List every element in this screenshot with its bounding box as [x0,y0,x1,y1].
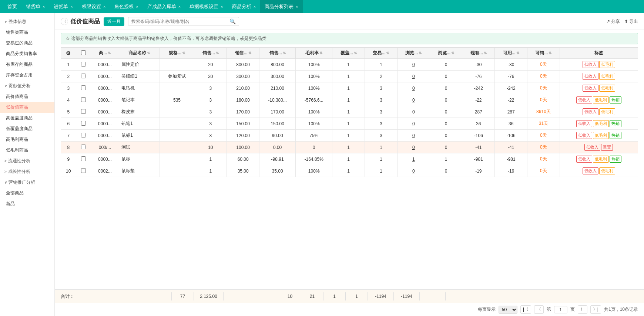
sidebar-item-高毛利商品[interactable]: 高毛利商品 [0,134,54,145]
col-header-available[interactable]: 可用...⇅ [495,48,527,59]
row-sale1: 3 [194,130,227,142]
search-input[interactable] [131,19,229,24]
close-icon[interactable]: × [70,4,73,9]
row-name: 鼠标1 [119,130,160,142]
close-icon[interactable]: × [296,4,298,9]
close-icon[interactable]: × [136,4,138,9]
last-page-button[interactable]: 〉| [590,305,601,314]
prev-page-button[interactable]: 〈 [534,305,544,314]
row-browse2: 0 [430,130,462,142]
row-num: 5 [61,106,76,118]
row-checkbox[interactable] [76,59,91,71]
sidebar-item-低价值商品[interactable]: 低价值商品 [0,102,54,113]
export-button[interactable]: ⬆ 导出 [624,18,638,25]
first-page-button[interactable]: |〈 [520,305,531,314]
sidebar-group-流通性分析[interactable]: >流通性分析 [0,156,54,166]
col-header-coverage[interactable]: 覆盖...⇅ [332,48,365,59]
sidebar-item-有库存的商品[interactable]: 有库存的商品 [0,59,54,70]
row-checkbox[interactable] [76,118,91,130]
sidebar-item-全部商品[interactable]: 全部商品 [0,188,54,198]
row-select-checkbox[interactable] [81,97,86,102]
col-header-profit_rate[interactable]: 毛利率⇅ [296,48,332,59]
nav-item-首页[interactable]: 首页 [3,0,21,13]
share-button[interactable]: ↗ 分享 [606,18,620,25]
col-header-trade[interactable]: 交易...⇅ [365,48,398,59]
sidebar-item-销售类商品[interactable]: 销售类商品 [0,27,54,38]
col-header-sellable[interactable]: 可销...⇅ [527,48,560,59]
close-icon[interactable]: × [178,4,181,9]
nav-item-商品分析[interactable]: 商品分析× [228,0,260,13]
nav-item-进货单[interactable]: 进货单× [49,0,77,13]
sidebar-group-贡献值分析[interactable]: ∨贡献值分析 [0,81,54,91]
select-all-checkbox[interactable] [81,50,86,55]
sidebar-item-低覆盖度商品[interactable]: 低覆盖度商品 [0,123,54,134]
row-num: 8 [61,142,76,153]
row-select-checkbox[interactable] [81,85,86,90]
col-header-name[interactable]: 商品名称⇅ [119,48,160,59]
table-footer: 合计： 772,125.00102111-1194-1194 [55,289,644,303]
row-select-checkbox[interactable] [81,62,86,67]
search-icon[interactable]: 🔍 [229,18,236,24]
row-checkbox[interactable] [76,94,91,106]
col-header-spec[interactable]: 规格...⇅ [160,48,194,59]
row-sale1: 10 [194,142,227,153]
table-wrapper[interactable]: ⚙商...⇅商品名称⇅规格...⇅销售...⇅销售...⇅销售...⇅毛利率⇅覆… [55,47,644,289]
row-select-checkbox[interactable] [81,133,86,137]
nav-item-权限设置[interactable]: 权限设置× [77,0,110,13]
close-icon[interactable]: × [43,4,45,9]
row-select-checkbox[interactable] [81,156,86,161]
row-checkbox[interactable] [76,82,91,94]
col-header-browse2[interactable]: 浏览...⇅ [430,48,462,59]
sidebar-group-营销推广分析[interactable]: ∨营销推广分析 [0,177,54,188]
sidebar-group-成长性分析[interactable]: >成长性分析 [0,166,54,177]
sidebar-group-整体信息[interactable]: ∨整体信息 [0,16,54,27]
collapse-button[interactable]: 《 [61,18,68,25]
table-row: 8000/...测试10100.000.0001100-41-410天低收入重置 [61,142,638,153]
date-filter-button[interactable]: 近一月 [104,17,124,26]
row-trade: 2 [365,71,398,82]
current-page-input[interactable]: 1 [554,306,567,313]
per-page-select[interactable]: 50 100 200 [499,306,517,314]
col-header-sale1[interactable]: 销售...⇅ [194,48,227,59]
sidebar-item-新品[interactable]: 新品 [0,198,54,209]
sidebar-item-交易过的商品[interactable]: 交易过的商品 [0,38,54,48]
row-select-checkbox[interactable] [81,168,86,173]
row-trade: 3 [365,118,398,130]
row-checkbox[interactable] [76,106,91,118]
row-name: 吴细细1 [119,71,160,82]
sidebar-item-高覆盖度商品[interactable]: 高覆盖度商品 [0,113,54,123]
row-checkbox[interactable] [76,142,91,153]
col-header-code[interactable]: 商...⇅ [91,48,119,59]
sidebar-item-库存资金占用[interactable]: 库存资金占用 [0,70,54,81]
close-icon[interactable]: × [254,4,256,9]
row-tags: 低收入低毛利 [560,165,638,177]
col-header-current[interactable]: 现有...⇅ [462,48,495,59]
settings-icon[interactable]: ⚙ [66,50,71,56]
row-select-checkbox[interactable] [81,109,86,114]
col-header-sale3[interactable]: 销售...⇅ [259,48,296,59]
row-checkbox[interactable] [76,153,91,165]
col-header-browse1[interactable]: 浏览...⇅ [397,48,430,59]
row-checkbox[interactable] [76,130,91,142]
row-sale2: 210.00 [227,82,259,94]
row-select-checkbox[interactable] [81,74,86,78]
row-select-checkbox[interactable] [81,145,86,149]
nav-item-角色授权[interactable]: 角色授权× [110,0,142,13]
row-checkbox[interactable] [76,165,91,177]
row-profit-rate: 75% [296,130,332,142]
row-select-checkbox[interactable] [81,121,86,126]
nav-item-商品分析列表[interactable]: 商品分析列表× [260,0,302,13]
next-page-button[interactable]: 〉 [578,305,587,314]
row-checkbox[interactable] [76,71,91,82]
sidebar-item-高价值商品[interactable]: 高价值商品 [0,91,54,102]
row-name: 电话机 [119,82,160,94]
close-icon[interactable]: × [103,4,105,9]
sidebar-item-低毛利商品[interactable]: 低毛利商品 [0,145,54,156]
nav-item-单据模板设置[interactable]: 单据模板设置× [185,0,227,13]
nav-item-产成品入库单[interactable]: 产成品入库单× [143,0,185,13]
nav-item-销货单[interactable]: 销货单× [21,0,49,13]
close-icon[interactable]: × [221,4,223,9]
sidebar-item-商品分类销售率[interactable]: 商品分类销售率 [0,48,54,59]
data-table: ⚙商...⇅商品名称⇅规格...⇅销售...⇅销售...⇅销售...⇅毛利率⇅覆… [61,47,638,177]
col-header-sale2[interactable]: 销售...⇅ [227,48,259,59]
